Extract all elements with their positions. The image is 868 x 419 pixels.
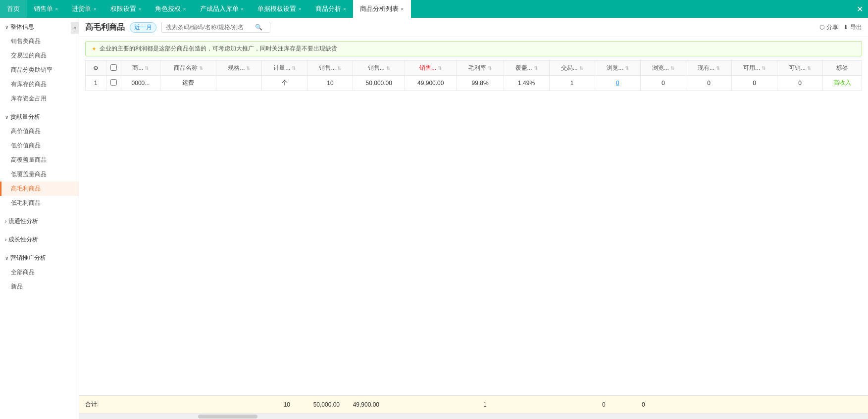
sidebar-item-category-assist[interactable]: 商品分类助销率 xyxy=(0,63,79,77)
export-icon: ⬇ xyxy=(843,24,848,31)
search-input[interactable] xyxy=(166,24,255,31)
select-all-checkbox[interactable] xyxy=(110,64,117,71)
col-header-gross-margin[interactable]: 毛利率 ⇅ xyxy=(457,61,504,76)
close-icon[interactable]: × xyxy=(343,6,346,12)
sidebar-item-low-value[interactable]: 低价值商品 xyxy=(0,139,79,153)
sort-icon[interactable]: ⇅ xyxy=(438,65,442,71)
col-header-unit[interactable]: 计量... ⇅ xyxy=(262,61,307,76)
checkbox-col-header[interactable] xyxy=(106,61,121,76)
chevron-down-icon: ∨ xyxy=(5,114,8,120)
col-header-current-stock[interactable]: 现有... ⇅ xyxy=(686,61,731,76)
search-box[interactable]: 🔍 xyxy=(161,22,270,33)
sidebar-section-contribution: ∨ 贡献量分析 高价值商品 低价值商品 高覆盖量商品 低覆盖量商品 高毛利商品 … xyxy=(0,108,79,212)
nav-sales[interactable]: 销售单 × xyxy=(27,0,65,18)
nav-permissions[interactable]: 权限设置 × xyxy=(103,0,148,18)
row-spec xyxy=(216,76,262,91)
sidebar-section-header-circulation[interactable]: › 流通性分析 xyxy=(0,214,79,229)
info-banner: ✦ 企业的主要的利润都是这部分商品创造的，可考虑加大推广，同时关注库存是不要出现… xyxy=(85,41,862,56)
row-sales-count: 10 xyxy=(307,76,353,91)
sidebar-item-all-goods[interactable]: 全部商品 xyxy=(0,265,79,279)
period-badge[interactable]: 近一月 xyxy=(130,22,156,33)
sidebar-section-overall: ∨ 整体信息 销售类商品 交易过的商品 商品分类助销率 有库存的商品 库存资金占… xyxy=(0,18,79,108)
sidebar-item-low-coverage[interactable]: 低覆盖量商品 xyxy=(0,167,79,182)
sort-icon[interactable]: ⇅ xyxy=(386,65,390,71)
row-current-stock: 0 xyxy=(686,76,731,91)
col-header-views1[interactable]: 浏览... ⇅ xyxy=(595,61,640,76)
data-table: ⚙ 商... ⇅ 商品名称 xyxy=(85,60,862,91)
col-header-saleable[interactable]: 可销... ⇅ xyxy=(777,61,823,76)
close-icon[interactable]: × xyxy=(93,6,96,12)
col-header-views2[interactable]: 浏览... ⇅ xyxy=(640,61,686,76)
close-icon[interactable]: × xyxy=(401,6,404,12)
col-header-code[interactable]: 商... ⇅ xyxy=(121,61,160,76)
sort-icon[interactable]: ⇅ xyxy=(488,65,492,71)
page-title: 高毛利商品 xyxy=(85,22,125,33)
nav-home[interactable]: 首页 xyxy=(0,0,27,18)
chevron-down-icon: ∨ xyxy=(5,24,8,30)
sidebar-section-header-overall[interactable]: ∨ 整体信息 xyxy=(0,20,79,34)
info-icon: ✦ xyxy=(92,46,97,52)
col-header-spec[interactable]: 规格... ⇅ xyxy=(216,61,262,76)
table-container[interactable]: ⚙ 商... ⇅ 商品名称 xyxy=(79,60,868,395)
sort-icon[interactable]: ⇅ xyxy=(292,65,296,71)
sidebar-item-high-coverage[interactable]: 高覆盖量商品 xyxy=(0,153,79,167)
close-icon[interactable]: × xyxy=(138,6,141,12)
col-header-transaction[interactable]: 交易... ⇅ xyxy=(549,61,595,76)
row-select-checkbox[interactable] xyxy=(110,79,117,86)
nav-template-settings[interactable]: 单据模板设置 × xyxy=(251,0,308,18)
row-views1[interactable]: 0 xyxy=(595,76,640,91)
sort-icon[interactable]: ⇅ xyxy=(807,65,811,71)
footer-sales-amount: 50,000.00 xyxy=(306,401,346,408)
sort-icon[interactable]: ⇅ xyxy=(762,65,766,71)
settings-col-header[interactable]: ⚙ xyxy=(86,61,106,76)
sort-icon[interactable]: ⇅ xyxy=(246,65,250,71)
settings-icon[interactable]: ⚙ xyxy=(93,65,99,72)
col-header-coverage[interactable]: 覆盖... ⇅ xyxy=(504,61,549,76)
sort-icon[interactable]: ⇅ xyxy=(579,65,583,71)
nav-product-analysis-list[interactable]: 商品分析列表 × xyxy=(353,0,410,18)
row-tag: 高收入 xyxy=(823,76,862,91)
nav-purchase[interactable]: 进货单 × xyxy=(65,0,103,18)
sidebar-item-sales-goods[interactable]: 销售类商品 xyxy=(0,34,79,48)
nav-roles[interactable]: 角色授权 × xyxy=(148,0,193,18)
sidebar-section-header-contribution[interactable]: ∨ 贡献量分析 xyxy=(0,110,79,124)
col-header-sales-amount[interactable]: 销售... ⇅ xyxy=(353,61,405,76)
close-icon[interactable]: × xyxy=(55,6,58,12)
row-sales-amount: 50,000.00 xyxy=(353,76,405,91)
sort-icon[interactable]: ⇅ xyxy=(716,65,720,71)
sort-icon[interactable]: ⇅ xyxy=(337,65,341,71)
share-button[interactable]: ⬡ 分享 xyxy=(819,23,838,32)
sort-icon[interactable]: ⇅ xyxy=(534,65,538,71)
col-header-available[interactable]: 可用... ⇅ xyxy=(732,61,777,76)
top-navigation: 首页 销售单 × 进货单 × 权限设置 × 角色授权 × 产成品入库单 × 单据… xyxy=(0,0,868,18)
close-icon[interactable]: × xyxy=(183,6,186,12)
search-icon[interactable]: 🔍 xyxy=(255,24,262,31)
sidebar-item-instock-goods[interactable]: 有库存的商品 xyxy=(0,77,79,92)
sidebar-item-stock-capital[interactable]: 库存资金占用 xyxy=(0,92,79,106)
sidebar-item-high-margin[interactable]: 高毛利商品 xyxy=(0,182,79,196)
close-icon[interactable]: × xyxy=(298,6,301,12)
row-unit: 个 xyxy=(262,76,307,91)
sidebar-item-new-goods[interactable]: 新品 xyxy=(0,279,79,294)
sort-icon[interactable]: ⇅ xyxy=(625,65,629,71)
sidebar-section-header-growth[interactable]: › 成长性分析 xyxy=(0,233,79,247)
sort-icon[interactable]: ⇅ xyxy=(670,65,674,71)
sidebar-section-header-marketing[interactable]: ∨ 营销推广分析 xyxy=(0,251,79,265)
horizontal-scrollbar[interactable] xyxy=(79,413,868,419)
row-checkbox[interactable] xyxy=(106,76,121,91)
scrollbar-thumb[interactable] xyxy=(198,415,257,419)
col-header-sales-count[interactable]: 销售... ⇅ xyxy=(307,61,353,76)
sort-icon[interactable]: ⇅ xyxy=(199,65,203,71)
sidebar-item-high-value[interactable]: 高价值商品 xyxy=(0,124,79,139)
sort-icon[interactable]: ⇅ xyxy=(145,65,149,71)
nav-product-analysis[interactable]: 商品分析 × xyxy=(308,0,353,18)
close-icon[interactable]: × xyxy=(241,6,244,12)
nav-product-inbound[interactable]: 产成品入库单 × xyxy=(193,0,251,18)
export-button[interactable]: ⬇ 导出 xyxy=(843,23,862,32)
sidebar-collapse-button[interactable]: « xyxy=(71,22,79,34)
sidebar-item-low-margin[interactable]: 低毛利商品 xyxy=(0,196,79,210)
sidebar-item-traded-goods[interactable]: 交易过的商品 xyxy=(0,48,79,63)
col-header-name[interactable]: 商品名称 ⇅ xyxy=(160,61,216,76)
col-header-sales-profit[interactable]: 销售... ⇅ xyxy=(405,61,457,76)
window-close-icon[interactable]: ✕ xyxy=(857,4,863,14)
